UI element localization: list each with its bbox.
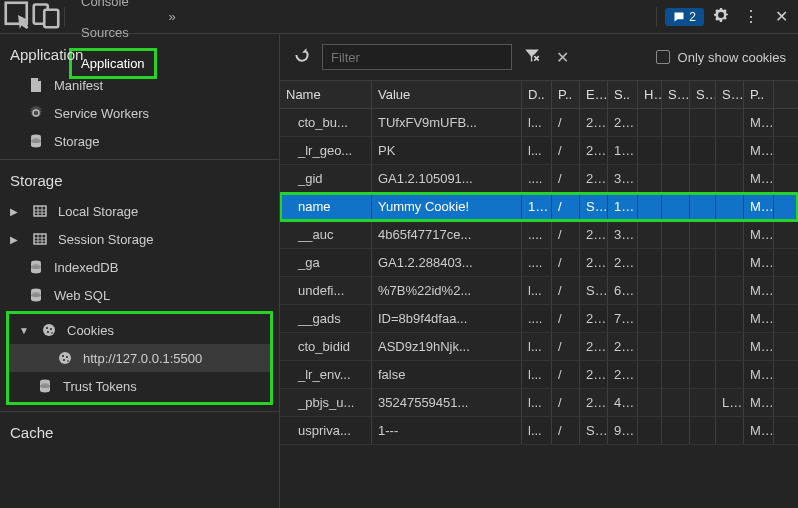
sidebar-item-label: Manifest: [54, 78, 103, 93]
cookie-attr: 1...: [522, 193, 552, 220]
cookie-attr: M..: [744, 361, 774, 388]
sidebar-item-label: Trust Tokens: [63, 379, 137, 394]
device-toggle-icon[interactable]: [32, 1, 60, 32]
table-row[interactable]: nameYummy Cookie!1.../S...1...M..: [280, 193, 798, 221]
sidebar-item-local-storage[interactable]: ▶Local Storage: [0, 197, 279, 225]
cookie-attr: S...: [580, 417, 608, 444]
cookie-attr: 2...: [608, 333, 638, 360]
cookie-attr: [716, 221, 744, 248]
separator: [64, 7, 65, 27]
clear-filter-icon[interactable]: [522, 46, 542, 68]
table-row[interactable]: uspriva...1---l.../S...9...M..: [280, 417, 798, 445]
table-row[interactable]: __gadsID=8b9f4dfaa......./2...7...M..: [280, 305, 798, 333]
sidebar-item-storage[interactable]: Storage: [0, 127, 279, 155]
sidebar-subitem[interactable]: http://127.0.0.1:5500: [9, 344, 270, 372]
svg-rect-7: [34, 234, 46, 244]
cookie-name: cto_bidid: [280, 333, 372, 360]
more-tabs-icon[interactable]: »: [157, 1, 188, 32]
cookie-attr: [690, 361, 716, 388]
refresh-icon[interactable]: [292, 46, 312, 68]
cookie-attr: [638, 333, 662, 360]
cookie-attr: /: [552, 165, 580, 192]
cookie-attr: [690, 333, 716, 360]
sidebar-item-cookies[interactable]: ▼Cookies: [9, 316, 270, 344]
cookie-value: GA1.2.105091...: [372, 165, 522, 192]
table-row[interactable]: __auc4b65f47717ce......./2...3...M..: [280, 221, 798, 249]
table-row[interactable]: _pbjs_u...35247559451...l.../2...4...L..…: [280, 389, 798, 417]
table-row[interactable]: cto_bididASD9z19hNjk...l.../2...2...M..: [280, 333, 798, 361]
column-header[interactable]: Value: [372, 81, 522, 108]
cookie-attr: [716, 249, 744, 276]
application-sidebar: ApplicationManifestService WorkersStorag…: [0, 34, 280, 508]
issues-badge[interactable]: 2: [665, 8, 704, 26]
table-row[interactable]: _lr_geo...PKl.../2...1...M..: [280, 137, 798, 165]
table-row[interactable]: _lr_env...falsel.../2...2...M..: [280, 361, 798, 389]
svg-point-12: [43, 324, 55, 336]
cookie-attr: 2...: [580, 305, 608, 332]
cookie-attr: /: [552, 389, 580, 416]
cookie-attr: l...: [522, 277, 552, 304]
cookie-attr: 2...: [580, 249, 608, 276]
cookie-icon: [57, 350, 73, 366]
column-header[interactable]: H..: [638, 81, 662, 108]
column-header[interactable]: S..: [690, 81, 716, 108]
cookie-attr: 2...: [580, 221, 608, 248]
only-show-cookies-checkbox[interactable]: Only show cookies: [656, 50, 786, 65]
cookie-attr: [638, 165, 662, 192]
column-header[interactable]: S..: [608, 81, 638, 108]
cookie-attr: [690, 165, 716, 192]
cookie-attr: /: [552, 333, 580, 360]
table-row[interactable]: _gidGA1.2.105091......./2...3...M..: [280, 165, 798, 193]
column-header[interactable]: S..: [662, 81, 690, 108]
sidebar-item-service-workers[interactable]: Service Workers: [0, 99, 279, 127]
clear-all-icon[interactable]: ✕: [552, 48, 572, 67]
sidebar-item-manifest[interactable]: Manifest: [0, 71, 279, 99]
cookie-attr: l...: [522, 333, 552, 360]
gear-icon[interactable]: [708, 7, 734, 27]
cookie-attr: [638, 221, 662, 248]
gear-icon: [28, 105, 44, 121]
cookie-attr: l...: [522, 361, 552, 388]
cookie-attr: M..: [744, 109, 774, 136]
svg-point-4: [31, 135, 41, 139]
column-header[interactable]: P..: [744, 81, 774, 108]
cookie-attr: ....: [522, 249, 552, 276]
cookie-attr: /: [552, 137, 580, 164]
svg-point-5: [31, 139, 41, 143]
cookie-attr: 3...: [608, 165, 638, 192]
svg-point-8: [31, 261, 41, 265]
column-header[interactable]: Name: [280, 81, 372, 108]
sidebar-item-trust-tokens[interactable]: Trust Tokens: [9, 372, 270, 400]
column-header[interactable]: P..: [552, 81, 580, 108]
kebab-menu-icon[interactable]: ⋮: [738, 7, 764, 26]
cookie-attr: [638, 109, 662, 136]
svg-point-14: [50, 328, 52, 330]
cookie-attr: M..: [744, 389, 774, 416]
close-devtools-icon[interactable]: ✕: [768, 7, 794, 26]
cookie-attr: 2...: [580, 109, 608, 136]
table-row[interactable]: cto_bu...TUfxFV9mUFB...l.../2...2...M..: [280, 109, 798, 137]
cookie-attr: [662, 389, 690, 416]
inspect-icon[interactable]: [4, 1, 32, 32]
table-row[interactable]: _gaGA1.2.288403......./2...2...M..: [280, 249, 798, 277]
cookie-attr: 7...: [608, 305, 638, 332]
table-body: cto_bu...TUfxFV9mUFB...l.../2...2...M.._…: [280, 109, 798, 445]
cookie-attr: l...: [522, 137, 552, 164]
filter-input[interactable]: [322, 44, 512, 70]
tab-console[interactable]: Console: [69, 0, 157, 17]
column-header[interactable]: E..: [580, 81, 608, 108]
cookie-attr: M..: [744, 193, 774, 220]
cookie-attr: M..: [744, 277, 774, 304]
cookie-attr: [662, 417, 690, 444]
sidebar-item-web-sql[interactable]: Web SQL: [0, 281, 279, 309]
column-header[interactable]: S..: [716, 81, 744, 108]
sidebar-item-session-storage[interactable]: ▶Session Storage: [0, 225, 279, 253]
cookie-attr: ....: [522, 305, 552, 332]
column-header[interactable]: D..: [522, 81, 552, 108]
cookie-attr: [662, 333, 690, 360]
table-row[interactable]: undefi...%7B%22id%2...l.../S...6...M..: [280, 277, 798, 305]
cookie-attr: /: [552, 361, 580, 388]
sidebar-item-label: Local Storage: [58, 204, 138, 219]
sidebar-item-indexeddb[interactable]: IndexedDB: [0, 253, 279, 281]
cookie-attr: [716, 333, 744, 360]
